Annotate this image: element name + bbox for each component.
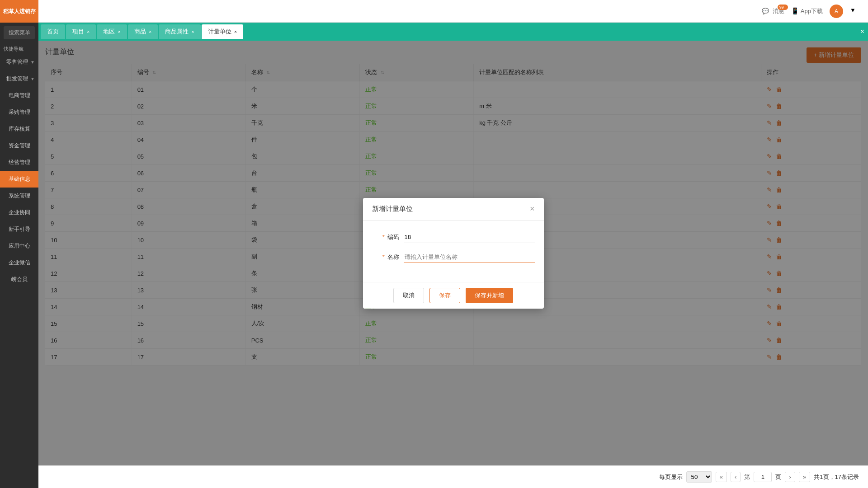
sidebar-item-partner[interactable]: 企业协同 xyxy=(0,204,38,221)
user-avatar[interactable]: A xyxy=(830,5,843,18)
message-badge-container[interactable]: 💬 99+ 消息 xyxy=(762,7,784,15)
code-field-row: * 编码 xyxy=(372,231,535,243)
sidebar-item-ecommerce[interactable]: 电商管理 xyxy=(0,87,38,104)
next-page-btn[interactable]: › xyxy=(785,472,795,482)
last-page-btn[interactable]: » xyxy=(799,472,810,482)
user-menu-btn[interactable]: ▼ xyxy=(850,7,859,16)
tab-close-project[interactable]: × xyxy=(87,29,90,34)
sidebar-item-guide[interactable]: 新手引导 xyxy=(0,221,38,238)
per-page-label: 每页显示 xyxy=(659,473,683,481)
app-download-label: App下载 xyxy=(801,8,823,14)
chevron-icon: ▼ xyxy=(30,60,35,65)
sidebar-item-finance[interactable]: 资金管理 xyxy=(0,137,38,154)
pagination-bar: 每页显示 50 10 20 100 « ‹ 第 页 › » 共1页，17条记录 xyxy=(38,465,868,488)
sidebar-item-appcenter[interactable]: 应用中心 xyxy=(0,238,38,254)
add-unit-modal: 新增计量单位 × * 编码 * 名称 xyxy=(363,198,544,309)
main-content: 💬 99+ 消息 📱 App下载 A ▼ 首页 项目 × 地区 × 商品 × xyxy=(38,0,868,488)
sidebar-item-operations[interactable]: 经营管理 xyxy=(0,154,38,171)
modal-close-btn[interactable]: × xyxy=(530,204,535,214)
code-field-label: * 编码 xyxy=(372,233,399,241)
tab-close-region[interactable]: × xyxy=(118,29,120,34)
chevron-icon: ▼ xyxy=(30,76,35,81)
sidebar-item-retail[interactable]: 零售管理 ▼ xyxy=(0,54,38,70)
quick-nav-label: 快捷导航 xyxy=(0,43,38,54)
sidebar-item-base[interactable]: 基础信息 xyxy=(0,171,38,188)
sidebar-item-inventory[interactable]: 库存核算 xyxy=(0,121,38,137)
sidebar-item-wholesale[interactable]: 批发管理 ▼ xyxy=(0,70,38,87)
name-field-row: * 名称 xyxy=(372,251,535,263)
sidebar-item-purchase[interactable]: 采购管理 xyxy=(0,104,38,121)
tab-project[interactable]: 项目 × xyxy=(66,24,96,39)
name-input[interactable] xyxy=(404,251,535,263)
tab-bar: 首页 项目 × 地区 × 商品 × 商品属性 × 计量单位 × × xyxy=(38,23,868,41)
first-page-btn[interactable]: « xyxy=(716,472,727,482)
close-all-tabs-btn[interactable]: × xyxy=(860,28,864,36)
modal-header: 新增计量单位 × xyxy=(363,198,544,221)
tab-close-product-attr[interactable]: × xyxy=(191,29,194,34)
tab-unit[interactable]: 计量单位 × xyxy=(202,24,243,39)
tab-close-unit[interactable]: × xyxy=(234,29,237,34)
sidebar-item-system[interactable]: 系统管理 xyxy=(0,188,38,204)
modal-overlay: 新增计量单位 × * 编码 * 名称 xyxy=(38,41,868,465)
modal-title: 新增计量单位 xyxy=(372,205,413,213)
page-label: 第 xyxy=(744,473,750,481)
message-count-badge: 99+ xyxy=(778,5,788,10)
topbar: 💬 99+ 消息 📱 App下载 A ▼ xyxy=(38,0,868,23)
sidebar-item-enterprise[interactable]: 企业微信 xyxy=(0,254,38,271)
modal-footer: 取消 保存 保存并新增 xyxy=(363,282,544,309)
sidebar-logo: 稻草人进销存 xyxy=(0,0,38,23)
tab-product[interactable]: 商品 × xyxy=(128,24,158,39)
cancel-button[interactable]: 取消 xyxy=(393,288,424,303)
sidebar-item-membership[interactable]: 崂会员 xyxy=(0,271,38,288)
per-page-select[interactable]: 50 10 20 100 xyxy=(686,471,712,483)
page-suffix: 页 xyxy=(775,473,781,481)
save-button[interactable]: 保存 xyxy=(429,288,460,303)
code-input[interactable] xyxy=(404,231,535,243)
prev-page-btn[interactable]: ‹ xyxy=(731,472,741,482)
search-menu-button[interactable]: 搜索菜单 xyxy=(4,26,35,39)
page-content: 计量单位 + 新增计量单位 序号 编号 ⇅ 名称 ⇅ 状态 ⇅ 计量单位匹配的名… xyxy=(38,41,868,465)
tab-product-attr[interactable]: 商品属性 × xyxy=(159,24,200,39)
tab-region[interactable]: 地区 × xyxy=(97,24,127,39)
modal-body: * 编码 * 名称 xyxy=(363,221,544,282)
save-and-new-button[interactable]: 保存并新增 xyxy=(466,288,513,303)
tab-close-product[interactable]: × xyxy=(149,29,151,34)
tab-home[interactable]: 首页 xyxy=(41,24,65,39)
message-icon: 💬 xyxy=(762,8,769,14)
name-field-label: * 名称 xyxy=(372,253,399,261)
app-download-btn[interactable]: 📱 App下载 xyxy=(791,7,823,15)
page-number-input[interactable] xyxy=(754,472,772,482)
sidebar: 稻草人进销存 搜索菜单 快捷导航 零售管理 ▼ 批发管理 ▼ 电商管理 采购管理… xyxy=(0,0,38,488)
total-records-label: 共1页，17条记录 xyxy=(814,473,859,481)
download-icon: 📱 xyxy=(791,7,799,14)
